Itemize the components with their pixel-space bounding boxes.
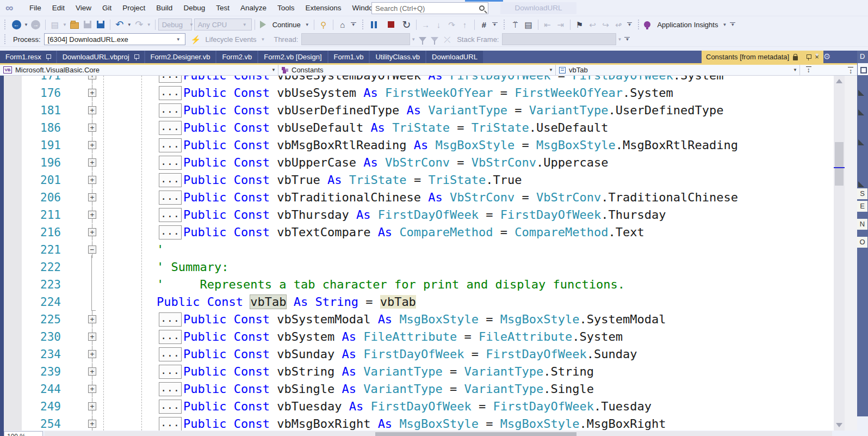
filter-threads-icon[interactable] bbox=[419, 37, 426, 42]
code-line[interactable]: 225+...Public Const vbSystemModal As Msg… bbox=[0, 311, 834, 328]
collapsed-region-box[interactable]: ... bbox=[159, 191, 182, 205]
toolbar-overflow-caret[interactable]: ▼ bbox=[492, 22, 498, 27]
dock-tab-letter[interactable]: S bbox=[857, 188, 867, 199]
code-line[interactable]: 201+...Public Const vbTrue As TriState =… bbox=[0, 171, 834, 189]
toolbar-overflow-caret[interactable]: ▼ bbox=[730, 22, 735, 27]
redo-dropdown-caret[interactable]: ▼ bbox=[146, 22, 152, 27]
code-line[interactable]: 254+...Public Const vbMsgBoxRight As Msg… bbox=[0, 415, 834, 431]
process-combo[interactable]: [6304] DownloadURL.exe▼ bbox=[44, 33, 185, 45]
show-next-statement-button[interactable]: → bbox=[420, 18, 432, 31]
undo-dropdown-caret[interactable]: ▼ bbox=[126, 22, 133, 27]
expand-fold-toggle[interactable]: + bbox=[88, 76, 96, 79]
tab-utilityclass-vb[interactable]: UtilityClass.vb bbox=[370, 51, 425, 63]
code-line[interactable]: 211+...Public Const vbThursday As FirstD… bbox=[0, 206, 834, 224]
save-button[interactable] bbox=[82, 18, 94, 31]
code-line[interactable]: 249+...Public Const vbTuesday As FirstDa… bbox=[0, 398, 834, 415]
expand-fold-toggle[interactable]: + bbox=[88, 193, 96, 201]
pin-icon[interactable] bbox=[46, 54, 51, 60]
code-line[interactable]: 181+...Public Const vbUserDefinedType As… bbox=[0, 102, 834, 119]
menu-item-view[interactable]: View bbox=[70, 0, 97, 16]
expand-fold-toggle[interactable]: + bbox=[88, 124, 96, 132]
collapsed-region-box[interactable]: ... bbox=[159, 156, 182, 170]
clear-bookmarks-button[interactable]: ↫ bbox=[613, 18, 625, 31]
collapsed-region-box[interactable]: ... bbox=[159, 86, 182, 100]
new-dropdown-caret[interactable]: ▼ bbox=[61, 22, 68, 27]
code-line[interactable]: 221−' bbox=[0, 241, 834, 259]
collapsed-region-box[interactable]: ... bbox=[159, 173, 182, 187]
pin-icon[interactable] bbox=[134, 54, 139, 60]
expand-fold-toggle[interactable]: + bbox=[88, 367, 96, 376]
stack-frame-combo[interactable] bbox=[502, 33, 616, 45]
step-over-button[interactable]: ↷ bbox=[446, 18, 458, 31]
member-dropdown-caret[interactable]: ▼ bbox=[789, 67, 797, 72]
tab-form1-resx[interactable]: Form1.resx bbox=[0, 51, 56, 63]
menu-item-tools[interactable]: Tools bbox=[272, 0, 300, 16]
dock-tab-letter[interactable]: O bbox=[857, 237, 867, 248]
project-dropdown-caret[interactable]: ▼ bbox=[267, 67, 276, 72]
scrollbar-thumb[interactable] bbox=[835, 142, 844, 186]
menu-item-edit[interactable]: Edit bbox=[47, 0, 70, 16]
tab-form2-vb[interactable]: Form2.vb bbox=[216, 51, 257, 63]
toolbar-overflow-caret[interactable]: ▼ bbox=[627, 22, 633, 27]
vertical-scrollbar[interactable] bbox=[834, 76, 845, 431]
expand-fold-toggle[interactable]: + bbox=[88, 141, 96, 149]
tab-downloadurl-vbproj[interactable]: DownloadURL.vbproj bbox=[57, 51, 144, 63]
expand-fold-toggle[interactable]: + bbox=[88, 158, 96, 167]
code-line[interactable]: 244+...Public Const vbSingle As VariantT… bbox=[0, 380, 834, 398]
tab-form2-designer-vb[interactable]: Form2.Designer.vb bbox=[145, 51, 216, 63]
code-line[interactable]: 224Public Const vbTab As String = vbTab bbox=[0, 293, 834, 311]
find-in-files-button[interactable]: ⚲ bbox=[318, 18, 330, 31]
code-line[interactable]: 206+...Public Const vbTraditionalChinese… bbox=[0, 189, 834, 206]
code-line[interactable]: 171+...Public Const vbUseSystemDayOfWeek… bbox=[0, 76, 834, 84]
tab-form1-vb[interactable]: Form1.vb bbox=[328, 51, 369, 63]
new-project-button[interactable]: ▤ bbox=[49, 18, 61, 31]
quick-search-box[interactable]: Search (Ctrl+Q) bbox=[371, 2, 488, 14]
expand-fold-toggle[interactable]: + bbox=[88, 333, 96, 341]
stack-frame-dropdown-caret[interactable]: ▼ bbox=[616, 37, 623, 42]
next-bookmark-button[interactable]: ↪ bbox=[600, 18, 612, 31]
code-line[interactable]: 196+...Public Const vbUpperCase As VbStr… bbox=[0, 154, 834, 171]
solution-platform-combo[interactable]: Any CPU▼ bbox=[194, 19, 252, 30]
scroll-down-arrow[interactable] bbox=[836, 423, 842, 427]
dock-tool-icon[interactable] bbox=[858, 63, 868, 75]
tab-downloadurl[interactable]: DownloadURL bbox=[426, 51, 483, 63]
expand-fold-toggle[interactable]: + bbox=[88, 315, 96, 323]
toolbar-overflow-caret[interactable]: ▼ bbox=[351, 22, 356, 27]
expand-fold-toggle[interactable]: + bbox=[88, 385, 96, 393]
break-all-button[interactable] bbox=[368, 18, 380, 31]
redo-button[interactable]: ↷ bbox=[133, 18, 145, 31]
navigate-forward-button[interactable]: → bbox=[30, 18, 42, 31]
code-line[interactable]: 191+...Public Const vbMsgBoxRtlReading A… bbox=[0, 137, 834, 154]
collapsed-region-box[interactable]: ... bbox=[159, 365, 182, 379]
type-dropdown[interactable]: Constants ▼ bbox=[278, 65, 556, 76]
prev-bookmark-button[interactable]: ↩ bbox=[587, 18, 599, 31]
expand-fold-toggle[interactable]: + bbox=[88, 106, 96, 114]
menu-item-git[interactable]: Git bbox=[97, 0, 117, 16]
lifecycle-dropdown-caret[interactable]: ▼ bbox=[260, 37, 266, 42]
collapsed-region-box[interactable]: ... bbox=[159, 208, 182, 222]
step-out-button[interactable]: ↑ bbox=[459, 18, 471, 31]
code-line[interactable]: 239+...Public Const vbString As VariantT… bbox=[0, 363, 834, 380]
navigate-back-button[interactable]: ← bbox=[10, 18, 22, 31]
project-dropdown[interactable]: VB Microsoft.VisualBasic.Core ▼ bbox=[0, 65, 278, 76]
toggle-bookmark-button[interactable]: ⚑ bbox=[574, 18, 586, 31]
tab-list-dropdown-caret[interactable]: ▼ bbox=[815, 52, 820, 58]
code-line[interactable]: 230+...Public Const vbSystem As FileAttr… bbox=[0, 328, 834, 346]
open-file-button[interactable] bbox=[69, 18, 80, 31]
expand-fold-toggle[interactable]: + bbox=[88, 176, 96, 184]
indent-decrease-button[interactable]: ⇤ bbox=[542, 18, 554, 31]
save-all-button[interactable] bbox=[95, 18, 107, 31]
menu-item-debug[interactable]: Debug bbox=[178, 0, 210, 16]
code-line[interactable]: 186+...Public Const vbUseDefault As TriS… bbox=[0, 119, 834, 137]
collapsed-region-box[interactable]: ... bbox=[159, 312, 182, 327]
toolbar-grip[interactable] bbox=[638, 20, 640, 29]
collapsed-region-box[interactable]: ... bbox=[159, 400, 182, 414]
thread-combo[interactable] bbox=[301, 33, 410, 45]
expand-fold-toggle[interactable]: + bbox=[88, 350, 96, 358]
menu-item-project[interactable]: Project bbox=[117, 0, 151, 16]
toolbar-grip[interactable] bbox=[504, 20, 506, 29]
code-line[interactable]: 223' Represents a tab character for prin… bbox=[0, 276, 834, 293]
type-dropdown-caret[interactable]: ▼ bbox=[544, 67, 553, 72]
split-window-handle[interactable]: ↕ bbox=[799, 65, 816, 76]
tab-form2-vb-design-[interactable]: Form2.vb [Design] bbox=[258, 51, 327, 63]
